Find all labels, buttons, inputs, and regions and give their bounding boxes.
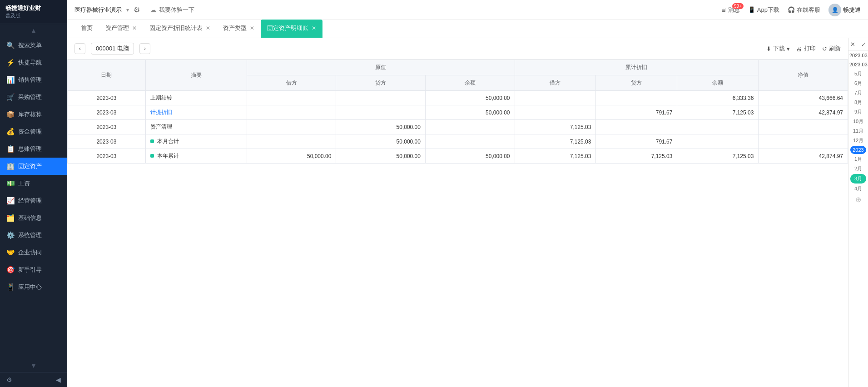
print-btn[interactable]: 🖨 打印 [796,45,816,53]
cell-depr-debit: 7,125.03 [515,120,596,134]
support-btn[interactable]: 🎧 在线客服 [788,6,820,14]
panel-expand-icon[interactable]: ⤢ [861,41,866,48]
download-btn[interactable]: ⬇ 下载 ▾ [766,45,790,53]
toolbar-actions: ⬇ 下载 ▾ 🖨 打印 ↺ 刷新 [766,45,841,53]
cell-depr-balance [677,120,759,134]
col-depr-balance: 余额 [677,75,759,91]
quicknav-icon: ⚡ [6,59,15,67]
tab-home[interactable]: 首页 [74,20,99,38]
tab-assettype[interactable]: 资产类型 ✕ [217,20,261,38]
cell-depr-debit [515,105,596,120]
month-7[interactable]: 7月 [848,88,868,98]
table-row: 2023-03 上期结转 50,000.00 6,333.36 43,666.6… [68,91,848,105]
experience-btn[interactable]: ☁ 我要体验一下 [150,6,194,14]
col-depr-credit: 贷方 [596,75,677,91]
logo-name: 畅捷通好业财 [5,5,41,12]
fixedassets-icon: 🏢 [6,162,15,170]
settings-icon[interactable]: ⚙ [6,376,12,383]
tab-deprstat-label: 固定资产折旧统计表 [149,24,203,32]
tab-assettype-close[interactable]: ✕ [250,25,254,31]
cell-orig-debit [247,91,336,105]
sidebar-item-quicknav[interactable]: ⚡ 快捷导航 [0,54,67,71]
right-panel: ✕ ⤢ 2023.03 2023.03 5月 6月 7月 8月 9月 10月 1… [848,38,868,387]
sidebar-item-fixedassets[interactable]: 🏢 固定资产 [0,158,67,175]
tab-assetdetail-close[interactable]: ✕ [312,25,316,31]
month-5[interactable]: 5月 [848,69,868,79]
table-row: 2023-03 计提折旧 50,000.00 791.67 7,125.03 4… [68,105,848,120]
refresh-btn[interactable]: ↺ 刷新 [822,45,841,53]
funds-icon: 💰 [6,128,15,136]
system-icon: ⚙️ [6,231,15,239]
sales-icon: 📊 [6,76,15,84]
month-11[interactable]: 11月 [848,126,868,136]
collapse-icon[interactable]: ◀ [56,376,61,383]
month-1[interactable]: 1月 [848,154,868,164]
col-orig-balance: 余额 [425,75,515,91]
month-10[interactable]: 10月 [848,117,868,126]
table-row: 2023-03 本年累计 50,000.00 50,000.00 50,000.… [68,149,848,164]
sidebar-item-system[interactable]: ⚙️ 系统管理 [0,227,67,244]
month-9[interactable]: 9月 [848,107,868,117]
sidebar: 畅捷通好业财 普及版 ▲ 🔍 搜索菜单 ⚡ 快捷导航 📊 销售管理 🛒 采购管理… [0,0,67,387]
sidebar-item-inventory[interactable]: 📦 库存核算 [0,106,67,123]
tab-deprstat-close[interactable]: ✕ [206,25,210,31]
tab-assetmgmt[interactable]: 资产管理 ✕ [99,20,143,38]
month-2[interactable]: 2月 [848,164,868,174]
sidebar-label-salary: 工资 [18,179,30,188]
sidebar-item-operations[interactable]: 📈 经营管理 [0,192,67,209]
salary-icon: 💵 [6,179,15,188]
dropdown-arrow-icon[interactable]: ▾ [126,7,129,13]
year-2023[interactable]: 2023 [850,146,866,154]
tab-assetdetail[interactable]: 固定资产明细账 ✕ [261,20,322,38]
month-6[interactable]: 6月 [848,79,868,88]
tab-deprstat[interactable]: 固定资产折旧统计表 ✕ [143,20,217,38]
operations-icon: 📈 [6,197,15,205]
sidebar-item-funds[interactable]: 💰 资金管理 [0,123,67,140]
sidebar-label-ledger: 总账管理 [18,145,42,153]
cell-summary[interactable]: 计提折旧 [145,105,247,120]
sidebar-scroll-down[interactable]: ▼ [0,359,67,372]
sidebar-item-ledger[interactable]: 📋 总账管理 [0,140,67,158]
col-orig-value: 原值 [247,60,515,75]
panel-close-icon[interactable]: ✕ [850,41,855,48]
message-btn[interactable]: 🖥 消息 99+ [720,6,740,14]
cell-net-value [759,120,848,134]
sidebar-item-search[interactable]: 🔍 搜索菜单 [0,37,67,54]
col-orig-credit: 贷方 [336,75,426,91]
cell-orig-balance: 50,000.00 [425,105,515,120]
col-orig-debit: 借方 [247,75,336,91]
sidebar-scroll-up[interactable]: ▲ [0,24,67,37]
logo-sub: 普及版 [5,12,41,19]
sidebar-item-basicinfo[interactable]: 🗂️ 基础信息 [0,209,67,227]
sidebar-item-collab[interactable]: 🤝 企业协同 [0,244,67,261]
cell-depr-credit [596,120,677,134]
user-btn[interactable]: 👤 畅捷通 [828,4,861,16]
month-12[interactable]: 12月 [848,136,868,145]
cell-depr-balance: 7,125.03 [677,149,759,164]
cell-depr-credit [596,91,677,105]
table-row: 2023-03 本月合计 50,000.00 7,125.03 791.67 [68,134,848,149]
cell-orig-credit: 50,000.00 [336,120,426,134]
settings-gear-icon[interactable]: ⚙ [134,5,140,14]
download-icon: ⬇ [766,45,771,52]
sidebar-label-collab: 企业协同 [18,248,42,257]
table-row: 2023-03 资产清理 50,000.00 7,125.03 [68,120,848,134]
cell-date: 2023-03 [68,105,146,120]
sidebar-item-purchase[interactable]: 🛒 采购管理 [0,89,67,106]
month-3[interactable]: 3月 [850,174,866,184]
panel-bottom-expand-icon[interactable]: ⊕ [848,194,868,206]
month-4[interactable]: 4月 [848,184,868,194]
cell-date: 2023-03 [68,120,146,134]
sidebar-item-salary[interactable]: 💵 工资 [0,175,67,192]
next-arrow[interactable]: › [139,43,150,54]
sidebar-item-appcenter[interactable]: 📱 应用中心 [0,278,67,296]
sidebar-item-newguide[interactable]: 🎯 新手引导 [0,261,67,278]
tab-assetmgmt-close[interactable]: ✕ [132,25,137,31]
month-8[interactable]: 8月 [848,98,868,107]
sidebar-item-sales[interactable]: 📊 销售管理 [0,71,67,89]
sidebar-label-sales: 销售管理 [18,76,42,84]
prev-arrow[interactable]: ‹ [74,43,85,54]
sidebar-label-system: 系统管理 [18,231,42,239]
download-btn[interactable]: 📱 App下载 [748,6,779,14]
sidebar-label-newguide: 新手引导 [18,266,42,274]
